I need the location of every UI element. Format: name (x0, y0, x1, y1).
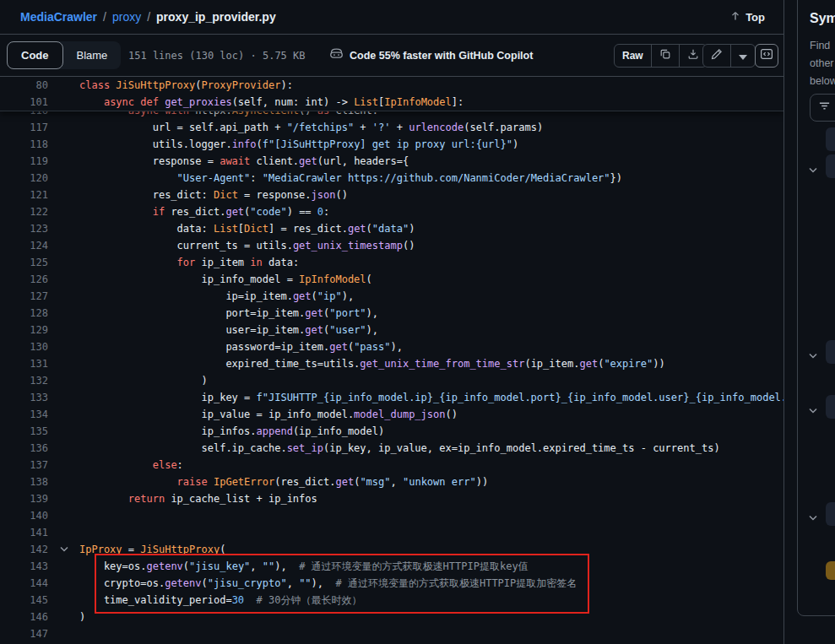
line-number[interactable]: 121 (0, 187, 48, 203)
line-number[interactable]: 126 (0, 271, 48, 288)
code-line: 139 return ip_cache_list + ip_infos (0, 490, 783, 507)
code-text: response = await client.get(url, headers… (79, 153, 409, 170)
line-number[interactable]: 123 (0, 220, 48, 237)
line-number[interactable]: 134 (0, 406, 48, 423)
gutter-spacer (48, 77, 79, 94)
gutter-spacer (48, 457, 79, 474)
symbol-item[interactable] (826, 502, 835, 526)
code-text: for ip_item in data: (79, 254, 299, 271)
symbols-filter-button[interactable] (810, 94, 835, 122)
collapse-chevron-icon[interactable] (48, 541, 79, 558)
code-pane: 80class JiSuHttpProxy(ProxyProvider):101… (0, 77, 783, 644)
line-number[interactable]: 132 (0, 372, 48, 389)
line-number[interactable]: 130 (0, 338, 48, 355)
line-number[interactable]: 137 (0, 457, 48, 474)
edit-menu-button[interactable] (730, 45, 755, 67)
chevron-down-icon[interactable] (808, 162, 820, 172)
code-line: 143 key=os.getenv("jisu_key", ""), # 通过环… (0, 558, 783, 575)
line-number[interactable]: 120 (0, 170, 48, 187)
line-number[interactable]: 80 (0, 77, 48, 94)
breadcrumb-repo-link[interactable]: MediaCrawler (20, 10, 97, 24)
gutter-spacer (48, 237, 79, 254)
code-line: 121 res_dict: Dict = response.json() (0, 187, 783, 203)
symbol-item[interactable] (826, 340, 835, 364)
gutter-spacer (48, 609, 79, 625)
line-number[interactable]: 133 (0, 389, 48, 406)
line-number[interactable]: 145 (0, 592, 48, 609)
breadcrumb-filename: proxy_ip_provider.py (156, 10, 276, 24)
code-line: 128 port=ip_item.get("port"), (0, 305, 783, 322)
line-number[interactable]: 124 (0, 237, 48, 254)
line-number[interactable]: 140 (0, 507, 48, 524)
code-line: 137 else: (0, 457, 783, 474)
code-text: res_dict: Dict = response.json() (79, 187, 348, 203)
code-text: else: (79, 457, 183, 474)
gutter-spacer (48, 94, 79, 111)
line-number[interactable]: 144 (0, 575, 48, 592)
line-number[interactable]: 141 (0, 524, 48, 541)
code-line: 145 time_validity_period=30 # 30分钟（最长时效） (0, 592, 783, 609)
chevron-down-icon[interactable] (808, 403, 820, 413)
raw-button[interactable]: Raw (615, 45, 651, 67)
line-number[interactable]: 119 (0, 153, 48, 170)
line-number[interactable]: 138 (0, 474, 48, 490)
line-number[interactable]: 147 (0, 625, 48, 642)
gutter-spacer (48, 389, 79, 406)
line-number[interactable]: 139 (0, 490, 48, 507)
code-text: ip_value = ip_info_model.model_dump_json… (79, 406, 458, 423)
file-header: MediaCrawler / proxy / proxy_ip_provider… (0, 0, 783, 35)
code-line: 130 password=ip_item.get("pass"), (0, 338, 783, 355)
breadcrumb-separator: / (147, 10, 150, 24)
symbol-item[interactable] (826, 395, 835, 419)
gutter-spacer (48, 575, 79, 592)
symbols-panel-toggle[interactable] (755, 44, 778, 68)
copy-button[interactable] (651, 45, 679, 67)
code-text: port=ip_item.get("port"), (79, 305, 378, 322)
code-text: url = self.api_path + "/fetchips" + '?' … (79, 119, 543, 136)
copilot-banner[interactable]: Code 55% faster with GitHub Copilot (329, 35, 533, 76)
tab-blame[interactable]: Blame (63, 41, 122, 69)
chevron-down-icon[interactable] (808, 510, 820, 520)
code-line: 127 ip=ip_item.get("ip"), (0, 288, 783, 305)
line-number[interactable]: 129 (0, 322, 48, 338)
code-toolbar: Code Blame 151 lines (130 loc) · 5.75 KB… (0, 35, 783, 77)
code-line: 123 data: List[Dict] = res_dict.get("dat… (0, 220, 783, 237)
code-line: 140 (0, 507, 783, 524)
line-number[interactable]: 101 (0, 94, 48, 111)
symbol-item[interactable] (826, 561, 835, 580)
code-text: expired_time_ts=utils.get_unix_time_from… (79, 355, 665, 372)
line-number[interactable]: 125 (0, 254, 48, 271)
line-number[interactable]: 131 (0, 355, 48, 372)
breadcrumb: MediaCrawler / proxy / proxy_ip_provider… (20, 0, 276, 34)
gutter-spacer (48, 153, 79, 170)
gutter-spacer (48, 220, 79, 237)
back-to-top-button[interactable]: Top (729, 0, 765, 34)
symbol-item[interactable] (826, 127, 835, 151)
gutter-spacer (48, 322, 79, 338)
arrow-up-icon (729, 10, 741, 24)
line-number[interactable]: 128 (0, 305, 48, 322)
gutter-spacer (48, 187, 79, 203)
code-line: 142IpProxy = JiSuHttpProxy( (0, 541, 783, 558)
symbol-item[interactable] (826, 154, 835, 178)
edit-button[interactable] (703, 45, 730, 67)
line-number[interactable]: 118 (0, 136, 48, 153)
line-number[interactable]: 135 (0, 423, 48, 440)
tab-code[interactable]: Code (7, 41, 63, 69)
line-number[interactable]: 122 (0, 203, 48, 220)
code-text: data: List[Dict] = res_dict.get("data") (79, 220, 415, 237)
line-number[interactable]: 142 (0, 541, 48, 558)
line-number[interactable]: 143 (0, 558, 48, 575)
code-line: 80class JiSuHttpProxy(ProxyProvider): (0, 77, 783, 94)
line-number[interactable]: 117 (0, 119, 48, 136)
line-number[interactable]: 127 (0, 288, 48, 305)
code-text: crypto=os.getenv("jisu_crypto", ""), # 通… (79, 575, 577, 592)
line-number[interactable]: 136 (0, 440, 48, 457)
code-line: 119 response = await client.get(url, hea… (0, 153, 783, 170)
symbols-description: Find other below (810, 37, 835, 90)
code-line: 144 crypto=os.getenv("jisu_crypto", ""),… (0, 575, 783, 592)
line-number[interactable]: 146 (0, 609, 48, 625)
gutter-spacer (48, 440, 79, 457)
breadcrumb-dir-link[interactable]: proxy (112, 10, 141, 24)
chevron-down-icon[interactable] (808, 348, 820, 358)
